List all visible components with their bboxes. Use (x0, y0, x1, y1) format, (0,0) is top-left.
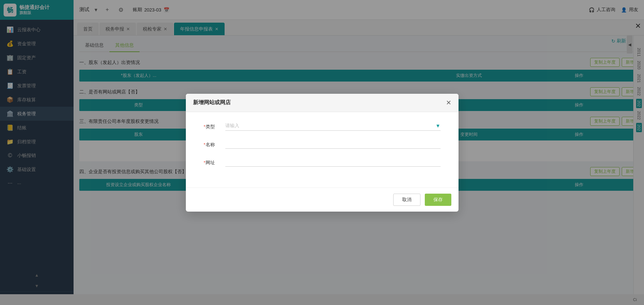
url-input[interactable] (225, 159, 441, 164)
name-input-wrap (225, 141, 441, 149)
type-label: *类型 (204, 124, 225, 130)
dialog-body: *类型 ▼ *名称 *网址 (186, 112, 459, 188)
url-label: *网址 (204, 160, 225, 166)
dialog-footer: 取消 保存 (186, 188, 459, 212)
dialog-header: 新增网站或网店 ✕ (186, 94, 459, 112)
type-input[interactable] (225, 123, 441, 128)
name-input[interactable] (225, 141, 441, 146)
required-star: * (204, 124, 206, 129)
type-dropdown-icon[interactable]: ▼ (436, 123, 441, 129)
form-row-url: *网址 (204, 159, 441, 167)
required-star-name: * (204, 142, 206, 147)
save-button[interactable]: 保存 (425, 194, 451, 206)
required-star-url: * (204, 160, 206, 165)
modal-overlay: 新增网站或网店 ✕ *类型 ▼ *名称 (0, 0, 644, 305)
dialog-title: 新增网站或网店 (193, 99, 231, 106)
form-row-name: *名称 (204, 141, 441, 149)
name-label: *名称 (204, 142, 225, 148)
form-row-type: *类型 ▼ (204, 123, 441, 131)
url-input-wrap (225, 159, 441, 167)
dialog-close-button[interactable]: ✕ (446, 99, 451, 107)
cancel-button[interactable]: 取消 (393, 194, 420, 206)
type-input-wrap: ▼ (225, 123, 441, 131)
add-website-dialog: 新增网站或网店 ✕ *类型 ▼ *名称 (186, 94, 459, 212)
